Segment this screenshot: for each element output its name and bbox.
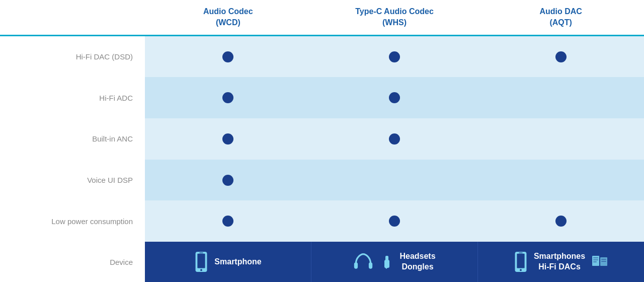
feature-dot bbox=[222, 175, 233, 186]
row-label: Low power consumption bbox=[0, 200, 145, 242]
device-text-col2: Headsets Dongles bbox=[399, 251, 435, 272]
row-cell-col3 bbox=[477, 36, 644, 78]
feature-dot bbox=[389, 51, 400, 62]
header-empty bbox=[0, 0, 145, 35]
comparison-table: Audio Codec (WCD) Type-C Audio Codec (WH… bbox=[0, 0, 644, 282]
device-row-label: Device bbox=[0, 242, 145, 282]
feature-dot bbox=[222, 92, 233, 103]
svg-rect-3 bbox=[200, 252, 204, 253]
feature-dot bbox=[389, 92, 400, 103]
row-label: Hi-Fi ADC bbox=[0, 77, 145, 118]
device-row: Device Smartphone bbox=[0, 242, 644, 282]
feature-dot bbox=[389, 133, 400, 145]
feature-dot bbox=[222, 133, 233, 145]
row-cell-col3 bbox=[477, 118, 644, 160]
dongle-icon bbox=[379, 255, 393, 269]
row-cell-col2 bbox=[311, 77, 478, 118]
svg-rect-15 bbox=[593, 259, 598, 260]
svg-rect-10 bbox=[517, 254, 524, 268]
row-cell-col1 bbox=[145, 118, 311, 160]
device-cell-col1: Smartphone bbox=[145, 242, 311, 282]
hifi-dac-icon bbox=[591, 255, 608, 269]
table-row: Voice UI DSP bbox=[0, 160, 644, 201]
header-col3: Audio DAC (AQT) bbox=[477, 0, 644, 35]
feature-dot bbox=[222, 51, 233, 62]
row-cell-col1 bbox=[145, 160, 311, 201]
svg-rect-18 bbox=[601, 259, 606, 260]
svg-point-2 bbox=[200, 269, 202, 271]
device-cell-col3: Smartphones Hi-Fi DACs bbox=[478, 242, 644, 282]
svg-rect-14 bbox=[593, 257, 598, 258]
row-label: Voice UI DSP bbox=[0, 160, 145, 201]
svg-rect-1 bbox=[198, 254, 205, 268]
svg-point-11 bbox=[520, 269, 522, 271]
headphone-icon bbox=[353, 253, 373, 271]
row-cell-col3 bbox=[477, 77, 644, 118]
row-cell-col3 bbox=[477, 160, 644, 201]
device-text-col3: Smartphones Hi-Fi DACs bbox=[534, 251, 585, 272]
device-cell-col2: Headsets Dongles bbox=[311, 242, 478, 282]
svg-rect-16 bbox=[593, 261, 597, 262]
table-row: Hi-Fi ADC bbox=[0, 77, 644, 118]
table-header: Audio Codec (WCD) Type-C Audio Codec (WH… bbox=[0, 0, 644, 36]
svg-rect-7 bbox=[384, 260, 389, 268]
row-cell-col3 bbox=[477, 200, 644, 242]
device-text-col1: Smartphone bbox=[214, 257, 261, 267]
svg-rect-4 bbox=[354, 262, 358, 269]
feature-dot bbox=[555, 216, 567, 227]
feature-dot bbox=[389, 216, 400, 227]
row-cell-col2 bbox=[311, 200, 478, 242]
svg-rect-19 bbox=[601, 261, 606, 262]
row-label: Hi-Fi DAC (DSD) bbox=[0, 36, 145, 78]
feature-dot bbox=[555, 51, 567, 62]
header-col2: Type-C Audio Codec (WHS) bbox=[311, 0, 478, 35]
smartphone-icon-2 bbox=[514, 251, 528, 272]
row-cell-col2 bbox=[311, 118, 478, 160]
table-body: Hi-Fi DAC (DSD)Hi-Fi ADCBuilt-in ANCVoic… bbox=[0, 36, 644, 242]
feature-dot bbox=[222, 216, 233, 227]
row-cell-col1 bbox=[145, 200, 311, 242]
row-cell-col1 bbox=[145, 77, 311, 118]
table-row: Low power consumption bbox=[0, 200, 644, 242]
row-cell-col2 bbox=[311, 36, 478, 78]
header-col1: Audio Codec (WCD) bbox=[145, 0, 311, 35]
smartphone-icon bbox=[194, 251, 208, 272]
row-label: Built-in ANC bbox=[0, 118, 145, 160]
svg-rect-12 bbox=[519, 252, 523, 253]
svg-rect-5 bbox=[369, 262, 372, 269]
row-cell-col1 bbox=[145, 36, 311, 78]
table-row: Built-in ANC bbox=[0, 118, 644, 160]
row-cell-col2 bbox=[311, 160, 478, 201]
table-row: Hi-Fi DAC (DSD) bbox=[0, 36, 644, 78]
